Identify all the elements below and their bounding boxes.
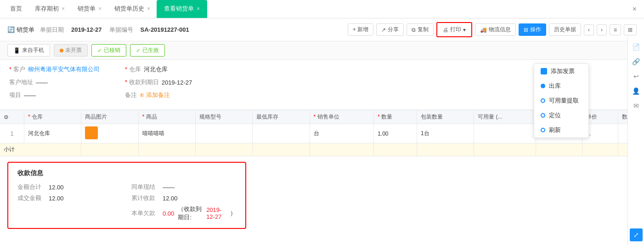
payment-title: 收款信息 (17, 169, 236, 177)
subtotal-empty-3 (195, 143, 252, 156)
toolbar-right: + 新增 ↗ 分享 ⧉ 复制 🖨 打印 ▾ 🚚 (348, 22, 637, 37)
list-view-icon: ≡ (614, 27, 617, 33)
copy-button[interactable]: ⧉ 复制 (407, 23, 434, 36)
note-field: 备注 ⊕ 添加备注 (125, 91, 226, 99)
dropdown-item-locate[interactable]: 定位 (534, 108, 588, 123)
copy-icon: ⧉ (412, 27, 416, 33)
cumulative-value: 12.00 (163, 195, 178, 202)
side-icon-user[interactable]: 👤 (630, 85, 643, 97)
tab-inventory[interactable]: 库存期初 × (28, 0, 71, 18)
outbound-icon (541, 84, 545, 88)
project-value: —— (24, 92, 36, 99)
tab-view-sales[interactable]: 查看销货单 × (157, 0, 207, 18)
app-container: 首页 库存期初 × 销货单 × 销货单历史 × 查看销货单 × × 🔄 销货单 (0, 0, 644, 245)
payment-total-row: 金额合计 12.00 (17, 183, 122, 191)
product-image (85, 126, 98, 139)
dropdown-item-refresh[interactable]: 刷新 (534, 123, 588, 137)
operation-icon: ⊞ (524, 27, 528, 33)
dropdown-item-available[interactable]: 可用量提取 (534, 93, 588, 108)
tab-close-view-sales[interactable]: × (197, 6, 200, 11)
subtotal-empty-6 (374, 143, 417, 156)
col-product-img: 商品图片 (81, 110, 138, 124)
doc-type-label: 销货单 (17, 26, 34, 34)
operation-button[interactable]: ⊞ 操作 (519, 23, 546, 36)
note-label: 备注 (125, 91, 137, 99)
confirm-button[interactable]: ✓ 已核销 (91, 44, 126, 57)
dropdown-item-invoice[interactable]: 添加发票 (534, 64, 588, 79)
tab-sales[interactable]: 销货单 × (71, 0, 108, 18)
tab-sales-history[interactable]: 销货单历史 × (108, 0, 157, 18)
payment-transaction-row: 成交金额 12.00 (17, 194, 122, 202)
logistics-button[interactable]: 🚚 物流信息 (475, 23, 516, 36)
effective-icon: ✓ (136, 47, 141, 54)
row-min-stock (253, 124, 310, 143)
warehouse-value: 河北仓库 (144, 65, 168, 74)
subtotal-empty-8 (474, 143, 536, 156)
tab-close-inventory[interactable]: × (62, 6, 65, 11)
date-label: 单据日期 (40, 26, 64, 34)
due-date-val: 2019-12-27 (206, 206, 226, 220)
tab-close-sales[interactable]: × (98, 6, 102, 11)
dot-orange-icon (60, 49, 63, 52)
effective-button[interactable]: ✓ 已生效 (130, 44, 165, 57)
number-value: SA-20191227-001 (141, 26, 189, 33)
new-button[interactable]: + 新增 (348, 23, 373, 36)
app-close-button[interactable]: × (629, 5, 640, 13)
col-spec: 规格型号 (195, 110, 252, 124)
add-note-button[interactable]: ⊕ 添加备注 (140, 91, 170, 99)
main-content: 🔄 销货单 单据日期 2019-12-27 单据编号 SA-20191227-0… (0, 18, 644, 245)
col-pkg-qty: 包装数量 (417, 110, 474, 124)
grid-view-button[interactable]: ⊞ (624, 24, 637, 35)
add-icon: ⊕ (140, 91, 144, 98)
address-label: 客户地址 (9, 78, 33, 86)
col-qty: * 数量 (374, 110, 417, 124)
dropdown-item-outbound[interactable]: 出库 (534, 79, 588, 93)
address-field: 客户地址 —— (9, 78, 110, 86)
side-panel: 📄 🔗 ↩ 👤 ✉ ⤢ (627, 37, 644, 245)
nav-next-button[interactable]: › (597, 24, 607, 35)
payment-same-order-row: 同单现结 —— (131, 183, 236, 191)
phone-icon: 📱 (13, 47, 20, 54)
share-button[interactable]: ↗ 分享 (376, 23, 404, 36)
not-open-button[interactable]: 未开票 (54, 44, 88, 57)
side-icon-link[interactable]: 🔗 (630, 55, 643, 68)
available-icon (541, 98, 545, 103)
project-field: 项目 —— (9, 91, 110, 99)
cumulative-label: 累计收款 (131, 194, 159, 202)
subtotal-empty-4 (253, 143, 310, 156)
col-warehouse: * 仓库 (24, 110, 81, 124)
side-icon-return[interactable]: ↩ (630, 70, 643, 83)
subtotal-label: 小计 (0, 143, 81, 156)
due-date-label: 收款到期日 (125, 78, 159, 86)
subtotal-empty-7 (417, 143, 474, 156)
customer-label: 客户 (9, 65, 25, 74)
nav-prev-button[interactable]: ‹ (584, 24, 594, 35)
row-warehouse: 河北仓库 (24, 124, 81, 143)
due-note: （收款到期日: (178, 205, 203, 222)
side-icon-doc[interactable]: 📄 (630, 40, 643, 53)
same-order-value: —— (163, 184, 175, 191)
doc-icon: 🔄 (7, 26, 15, 33)
print-button[interactable]: 🖨 打印 ▾ (438, 24, 470, 35)
grid-view-icon: ⊞ (628, 27, 633, 33)
side-icon-mail[interactable]: ✉ (630, 99, 643, 112)
balance-value: 0.00 (163, 210, 174, 217)
subtotal-empty-10 (582, 143, 618, 156)
action-row: 📱 来自手机 未开票 ✓ 已核销 ✓ 已生效 (0, 41, 644, 60)
list-view-button[interactable]: ≡ (610, 24, 621, 35)
project-label: 项目 (9, 91, 21, 99)
tab-close-sales-history[interactable]: × (147, 6, 150, 11)
print-dropdown-icon: ▾ (463, 27, 466, 33)
doc-title: 🔄 销货单 (7, 26, 34, 34)
side-icon-expand[interactable]: ⤢ (630, 228, 643, 241)
history-button[interactable]: 历史单据 (549, 23, 581, 36)
payment-grid: 金额合计 12.00 同单现结 —— 成交金额 12.00 累计收款 12.00… (17, 183, 236, 222)
address-value: —— (36, 79, 48, 86)
row-pkg-qty: 1台 (417, 124, 474, 143)
from-phone-button[interactable]: 📱 来自手机 (7, 44, 50, 57)
transaction-label: 成交金额 (17, 194, 45, 202)
row-qty: 1.00 (374, 124, 417, 143)
transaction-value: 12.00 (49, 195, 64, 202)
dropdown-menu: 添加发票 出库 可用量提取 定位 刷新 (534, 63, 589, 138)
tab-home[interactable]: 首页 (4, 0, 28, 18)
